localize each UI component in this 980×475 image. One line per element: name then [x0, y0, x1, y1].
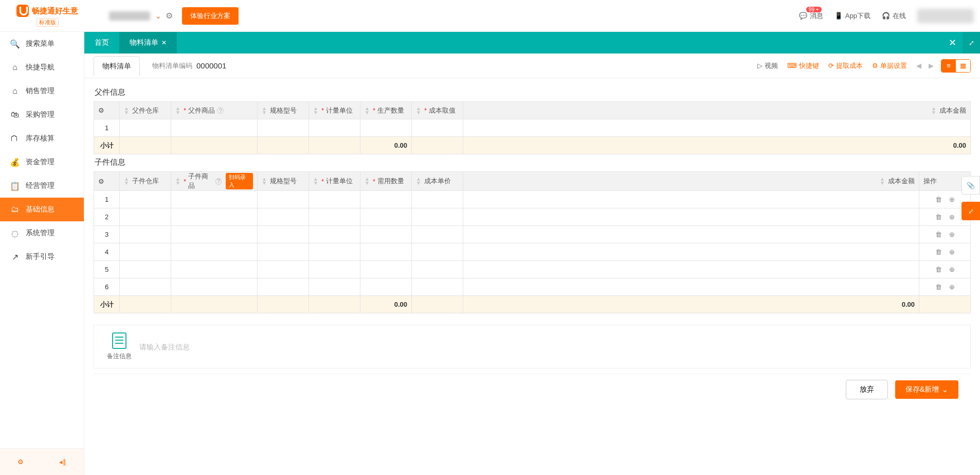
sidebar-item-2[interactable]: ⌂销售管理: [0, 79, 84, 103]
pager: ◀ ▶: [914, 61, 936, 71]
document-toolbar: 物料清单 物料清单编码 0000001 ▷视频 ⌨快捷键 ⟳提取成本 ⚙单据设置…: [84, 54, 980, 78]
attachment-button[interactable]: 📎: [961, 176, 980, 195]
add-row-icon[interactable]: ⊕: [949, 196, 955, 203]
delete-row-icon[interactable]: 🗑: [935, 283, 942, 291]
sidebar-item-8[interactable]: ◌系统管理: [0, 221, 84, 245]
parent-subtotal-qty: 0.00: [360, 137, 412, 154]
sidebar-item-1[interactable]: ⌂快捷导航: [0, 56, 84, 79]
table-row[interactable]: 1: [94, 119, 971, 137]
delete-row-icon[interactable]: 🗑: [935, 196, 942, 203]
add-row-icon[interactable]: ⊕: [949, 231, 955, 238]
sidebar-icon: 🛍: [10, 110, 20, 119]
col-parent-product[interactable]: ▲▼*父件商品?: [171, 102, 258, 119]
sidebar-item-3[interactable]: 🛍采购管理: [0, 103, 84, 127]
child-section-title: 子件信息: [95, 157, 971, 167]
sidebar-item-0[interactable]: 🔍搜索菜单: [0, 32, 84, 56]
scan-input-tag[interactable]: 扫码录入: [226, 173, 253, 189]
table-row[interactable]: 3🗑⊕: [94, 226, 971, 243]
save-and-new-button[interactable]: 保存&新增 ⌄: [895, 380, 958, 399]
close-icon[interactable]: ✕: [161, 39, 167, 46]
app-download-link[interactable]: 📱 App下载: [834, 11, 870, 21]
collapse-sidebar-icon[interactable]: ◂∥: [59, 458, 66, 466]
doc-settings-link[interactable]: ⚙单据设置: [872, 61, 907, 71]
extract-icon: ⟳: [828, 62, 834, 69]
delete-row-icon[interactable]: 🗑: [935, 213, 942, 221]
child-subtotal-qty: 0.00: [360, 296, 412, 313]
col-child-qty[interactable]: ▲▼*需用数量: [360, 172, 412, 191]
sidebar-item-6[interactable]: 📋经营管理: [0, 174, 84, 198]
logo: 畅捷通好生意 标准版: [6, 5, 88, 27]
messages-link[interactable]: 💬 消息 99 +: [799, 11, 823, 21]
extract-cost-link[interactable]: ⟳提取成本: [828, 61, 863, 71]
view-list-button[interactable]: ≡: [941, 60, 956, 72]
gear-icon[interactable]: ⚙: [166, 11, 173, 21]
shortcut-link[interactable]: ⌨快捷键: [787, 61, 819, 71]
gear-icon[interactable]: ⚙: [98, 107, 104, 114]
sidebar-icon: 📋: [10, 181, 20, 190]
video-link[interactable]: ▷视频: [757, 61, 778, 71]
add-row-icon[interactable]: ⊕: [949, 283, 955, 291]
delete-row-icon[interactable]: 🗑: [935, 266, 942, 273]
delete-row-icon[interactable]: 🗑: [935, 248, 942, 256]
app-download-label: App下载: [845, 11, 870, 21]
table-row[interactable]: 6🗑⊕: [94, 278, 971, 296]
delete-row-icon[interactable]: 🗑: [935, 231, 942, 238]
table-row[interactable]: 1🗑⊕: [94, 191, 971, 208]
trial-button[interactable]: 体验行业方案: [182, 7, 239, 25]
remark-label: 备注信息: [107, 352, 132, 361]
view-grid-button[interactable]: ▦: [956, 60, 970, 72]
col-child-warehouse[interactable]: ▲▼子件仓库: [120, 172, 171, 191]
add-row-icon[interactable]: ⊕: [949, 213, 955, 221]
col-child-price[interactable]: ▲▼成本单价: [412, 172, 463, 191]
tab-bom[interactable]: 物料清单 ✕: [119, 32, 177, 54]
col-parent-amount[interactable]: ▲▼成本金额: [463, 102, 971, 119]
tab-home[interactable]: 首页: [84, 32, 119, 54]
sidebar-item-label: 销售管理: [26, 86, 55, 96]
table-row[interactable]: 2🗑⊕: [94, 208, 971, 226]
sidebar-item-5[interactable]: 💰资金管理: [0, 150, 84, 174]
col-child-amount[interactable]: ▲▼成本金额: [463, 172, 919, 191]
add-row-icon[interactable]: ⊕: [949, 248, 955, 256]
doc-tab[interactable]: 物料清单: [94, 56, 140, 76]
col-child-product[interactable]: ▲▼*子件商品?扫码录入: [171, 172, 258, 191]
col-child-spec[interactable]: ▲▼规格型号: [258, 172, 309, 191]
col-parent-qty[interactable]: ▲▼*生产数量: [360, 102, 412, 119]
sidebar-item-label: 快捷导航: [26, 63, 55, 72]
table-row[interactable]: 5🗑⊕: [94, 261, 971, 278]
sidebar-icon: ⌂: [10, 86, 20, 96]
table-row[interactable]: 4🗑⊕: [94, 243, 971, 261]
support-link[interactable]: 🎧 在线: [882, 11, 906, 21]
messages-label: 消息: [810, 11, 823, 21]
company-selector[interactable]: ⌄: [109, 11, 161, 21]
remark-input[interactable]: [137, 332, 963, 361]
help-icon[interactable]: ?: [217, 107, 224, 114]
col-child-unit[interactable]: ▲▼*计量单位: [309, 172, 360, 191]
add-row-icon[interactable]: ⊕: [949, 266, 955, 273]
col-parent-spec[interactable]: ▲▼规格型号: [258, 102, 309, 119]
phone-icon: 📱: [834, 12, 843, 20]
help-icon[interactable]: ?: [215, 178, 222, 185]
sidebar-item-9[interactable]: ↗新手引导: [0, 245, 84, 269]
sidebar-item-7[interactable]: 🗂基础信息: [0, 198, 84, 221]
user-avatar-blurred[interactable]: [917, 9, 974, 23]
col-parent-unit[interactable]: ▲▼*计量单位: [309, 102, 360, 119]
sidebar-icon: 🗂: [10, 205, 20, 214]
view-toggle: ≡ ▦: [941, 59, 971, 73]
parent-section-title: 父件信息: [95, 87, 971, 97]
close-all-tabs-icon[interactable]: ✕: [942, 37, 963, 48]
gear-icon[interactable]: ⚙: [98, 178, 104, 185]
expand-tabs-icon[interactable]: ⤢: [963, 32, 980, 54]
next-page-icon[interactable]: ▶: [927, 61, 936, 71]
discard-button[interactable]: 放弃: [846, 380, 888, 399]
sidebar-item-4[interactable]: ⛫库存核算: [0, 127, 84, 150]
col-parent-costmode[interactable]: ▲▼*成本取值: [412, 102, 463, 119]
sidebar-icon: ⌂: [10, 63, 20, 72]
col-parent-warehouse[interactable]: ▲▼父件仓库: [120, 102, 171, 119]
settings-icon[interactable]: ⚙: [17, 458, 24, 466]
headset-icon: 🎧: [882, 12, 890, 20]
fullscreen-button[interactable]: ⤢: [961, 202, 980, 220]
doc-code: 0000001: [196, 61, 226, 70]
company-name-blurred: [109, 11, 150, 21]
prev-page-icon[interactable]: ◀: [914, 61, 923, 71]
parent-subtotal-row: 小计 0.00 0.00: [94, 137, 971, 154]
